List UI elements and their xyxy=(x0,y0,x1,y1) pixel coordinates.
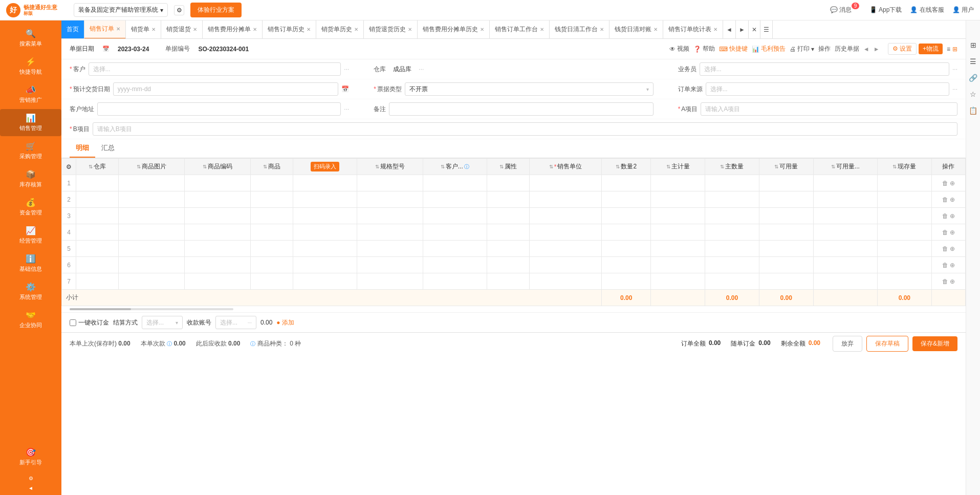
tab-order-workbench[interactable]: 销售订单工作台 ✕ xyxy=(490,20,550,39)
tab-close-icon[interactable]: ✕ xyxy=(151,27,156,32)
tab-prev-btn[interactable]: ◄ xyxy=(723,20,736,39)
tab-close-icon[interactable]: ✕ xyxy=(480,27,484,32)
sidebar-item-system[interactable]: ⚙️ 系统管理 xyxy=(0,278,61,305)
tab-close-icon[interactable]: ✕ xyxy=(600,27,604,32)
tab-expense-history[interactable]: 销售费用分摊单历史 ✕ xyxy=(418,20,490,39)
tab-close-icon[interactable]: ✕ xyxy=(408,27,412,32)
right-icon-5[interactable]: 📋 xyxy=(969,106,977,115)
online-service-btn[interactable]: 👤 在线客服 xyxy=(910,6,944,14)
sidebar-item-purchase[interactable]: 🛒 采购管理 xyxy=(0,137,61,164)
sidebar-item-quick-nav[interactable]: ⚡ 快捷导航 xyxy=(0,53,61,80)
delete-row-icon[interactable]: 🗑 xyxy=(942,180,948,187)
sidebar-item-operations[interactable]: 📈 经营管理 xyxy=(0,222,61,249)
th-spec[interactable]: ⇅ 规格型号 xyxy=(357,159,423,175)
copy-row-icon[interactable]: ⊕ xyxy=(950,245,955,252)
th-stock[interactable]: ⇅ 现存量 xyxy=(877,159,931,175)
one-click-label[interactable]: 一键收订金 xyxy=(70,318,109,327)
tab-menu-btn[interactable]: ☰ xyxy=(760,20,773,39)
copy-row-icon[interactable]: ⊕ xyxy=(950,229,955,236)
tab-daily-workbench[interactable]: 钱货日清工作台 ✕ xyxy=(550,20,609,39)
calendar-icon[interactable]: 📅 xyxy=(102,46,110,52)
horizontal-scrollbar[interactable] xyxy=(70,308,233,310)
tab-close-icon[interactable]: ✕ xyxy=(307,27,311,32)
save-new-btn[interactable]: 保存&新增 xyxy=(912,336,957,351)
message-area[interactable]: 💬 消息 9 xyxy=(830,6,861,14)
invoice-select[interactable]: 不开票 ▾ xyxy=(405,82,654,96)
address-more-btn[interactable]: ··· xyxy=(344,105,349,113)
operate-link[interactable]: 操作 xyxy=(818,45,831,53)
settings-icon[interactable]: ⚙ xyxy=(174,5,184,15)
sidebar-item-basic[interactable]: ℹ️ 基础信息 xyxy=(0,250,61,277)
settle-select[interactable]: 选择... ▾ xyxy=(142,316,183,329)
th-warehouse[interactable]: ⇅ 仓库 xyxy=(76,159,119,175)
th-main-unit[interactable]: ⇅ 主计量 xyxy=(651,159,705,175)
delivery-input[interactable] xyxy=(113,82,339,96)
tab-summary[interactable]: 汇总 xyxy=(95,139,121,158)
staff-more-btn[interactable]: ··· xyxy=(952,66,957,73)
scan-btn[interactable]: 扫码录入 xyxy=(311,162,339,171)
staff-input[interactable] xyxy=(700,62,949,76)
save-draft-btn[interactable]: 保存草稿 xyxy=(866,336,908,352)
warehouse-more-btn[interactable]: ··· xyxy=(419,66,424,73)
th-scan[interactable]: 扫码录入 xyxy=(293,159,357,175)
th-code[interactable]: ⇅ 商品编码 xyxy=(184,159,250,175)
tab-close-icon[interactable]: ✕ xyxy=(193,27,197,32)
tab-close-icon[interactable]: ✕ xyxy=(654,27,658,32)
tab-sales-stats[interactable]: 销售订单统计表 ✕ xyxy=(663,20,723,39)
app-download-btn[interactable]: 📱 App下载 xyxy=(869,6,902,14)
user-avatar[interactable]: 👤 用户 xyxy=(952,6,974,14)
tab-close-all-btn[interactable]: ✕ xyxy=(749,20,760,39)
right-icon-2[interactable]: ☰ xyxy=(970,57,976,66)
th-attr[interactable]: ⇅ 属性 xyxy=(487,159,529,175)
collapse-icon[interactable]: ⚙ xyxy=(29,476,33,481)
th-main-qty[interactable]: ⇅ 主数量 xyxy=(705,159,759,175)
delete-row-icon[interactable]: 🗑 xyxy=(942,229,948,236)
sidebar-item-enterprise[interactable]: 🤝 企业协同 xyxy=(0,306,61,333)
copy-row-icon[interactable]: ⊕ xyxy=(950,180,955,187)
view-link[interactable]: 👁 视频 xyxy=(669,45,689,53)
address-input[interactable] xyxy=(97,102,341,116)
right-icon-1[interactable]: ⊞ xyxy=(970,41,976,49)
th-customer-code[interactable]: ⇅ 客户... ⓘ xyxy=(423,159,487,175)
sidebar-item-finance[interactable]: 💰 资金管理 xyxy=(0,193,61,221)
tab-home[interactable]: 首页 xyxy=(61,20,84,39)
th-image[interactable]: ⇅ 商品图片 xyxy=(118,159,184,175)
tab-daily-reconcile[interactable]: 钱货日清对账 ✕ xyxy=(609,20,663,39)
th-available[interactable]: ⇅ 可用量 xyxy=(759,159,813,175)
discard-btn[interactable]: 放弃 xyxy=(833,336,862,352)
sidebar-toggle[interactable]: ◄ xyxy=(28,485,33,491)
a-project-input[interactable] xyxy=(701,102,957,116)
tab-close-icon[interactable]: ✕ xyxy=(540,27,544,32)
scroll-thumb[interactable] xyxy=(70,308,131,310)
add-payment-btn[interactable]: ● 添加 xyxy=(276,318,294,327)
system-selector[interactable]: 装备及固定资产辅助管理系统 ▾ xyxy=(74,3,168,17)
shortcut-link[interactable]: ⌨ 快捷键 xyxy=(719,45,748,53)
add-logistics-btn[interactable]: +物流 xyxy=(919,44,943,54)
customer-input[interactable] xyxy=(89,62,341,76)
delete-row-icon[interactable]: 🗑 xyxy=(942,278,948,285)
th-unit[interactable]: ⇅ *销售单位 xyxy=(529,159,602,175)
calendar-icon[interactable]: 📅 xyxy=(341,85,349,93)
right-icon-3[interactable]: 🔗 xyxy=(969,74,977,82)
tab-next-btn[interactable]: ► xyxy=(736,20,749,39)
customer-more-btn[interactable]: ··· xyxy=(344,66,349,73)
sidebar-item-inventory[interactable]: 📦 库存核算 xyxy=(0,165,61,192)
tab-close-icon[interactable]: ✕ xyxy=(116,26,120,32)
history-link[interactable]: 历史单据 xyxy=(835,45,859,53)
sidebar-item-marketing[interactable]: 📣 营销推广 xyxy=(0,81,61,108)
tab-sales-return[interactable]: 销货退货 ✕ xyxy=(161,20,203,39)
tab-close-icon[interactable]: ✕ xyxy=(253,27,257,32)
settings-btn[interactable]: ⚙ 设置 xyxy=(888,43,917,55)
note-input[interactable] xyxy=(389,102,653,116)
tab-sales-order[interactable]: 销售订单 ✕ xyxy=(84,20,126,39)
account-select[interactable]: 选择... ··· xyxy=(215,316,256,329)
sidebar-item-search[interactable]: 🔍 搜索菜单 xyxy=(0,25,61,52)
copy-row-icon[interactable]: ⊕ xyxy=(950,262,955,269)
industry-btn[interactable]: 体验行业方案 xyxy=(190,3,242,17)
th-available2[interactable]: ⇅ 可用量... xyxy=(813,159,877,175)
right-icon-4[interactable]: ☆ xyxy=(970,90,976,98)
tab-close-icon[interactable]: ✕ xyxy=(354,27,358,32)
grid-view-icon[interactable]: ⊞ xyxy=(952,46,957,53)
help-link[interactable]: ❓ 帮助 xyxy=(693,45,715,53)
b-project-input[interactable] xyxy=(93,122,957,136)
